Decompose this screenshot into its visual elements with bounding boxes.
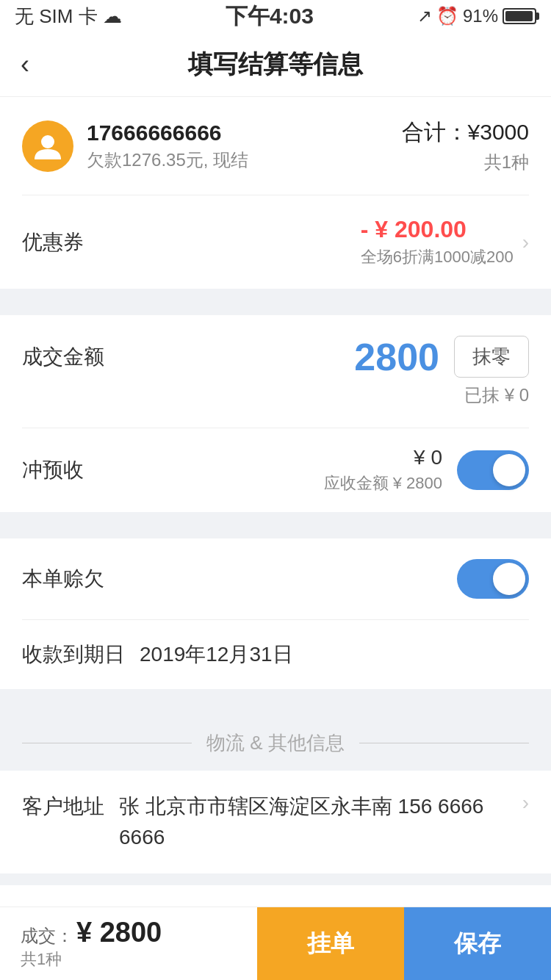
coupon-right: - ¥ 200.00 全场6折满1000减200 › <box>361 216 529 268</box>
alarm-icon: ⏰ <box>436 6 458 26</box>
footer-deal-label: 成交： <box>21 924 73 948</box>
status-time: 下午4:03 <box>226 1 314 32</box>
deal-row: 成交金额 2800 抹零 <box>22 336 529 378</box>
round-button[interactable]: 抹零 <box>454 336 529 378</box>
prepay-row: 冲预收 ¥ 0 应收金额 ¥ 2800 <box>22 446 529 494</box>
customer-phone: 17666666666 <box>87 120 248 145</box>
prepay-toggle[interactable] <box>457 450 529 490</box>
address-section: 客户地址 张 北京市市辖区海淀区永丰南 156 6666 6666 › <box>0 771 551 873</box>
customer-right: 合计：¥3000 共1种 <box>402 118 529 174</box>
total-amount: 合计：¥3000 <box>402 118 529 148</box>
logistics-title: 物流 & 其他信息 <box>206 730 345 756</box>
footer-deal-amount: ¥ 2800 <box>76 917 162 948</box>
status-left: 无 SIM 卡 ☁ <box>15 4 122 29</box>
footer-deal-line: 成交： ¥ 2800 <box>21 917 237 948</box>
debt-toggle-knob <box>493 563 525 595</box>
status-right: ↗ ⏰ 91% <box>417 6 536 26</box>
debt-toggle[interactable] <box>457 559 529 599</box>
battery-percent: 91% <box>463 6 498 26</box>
debt-row: 本单赊欠 <box>0 538 551 619</box>
header-line-left <box>22 743 192 743</box>
nav-bar: ‹ 填写结算等信息 <box>0 32 551 97</box>
already-rounded: 已抹 ¥ 0 <box>22 383 529 407</box>
gray-separator-1 <box>0 300 551 315</box>
chevron-right-icon: › <box>522 231 529 254</box>
customer-section: 17666666666 欠款1276.35元, 现结 合计：¥3000 共1种 … <box>0 97 551 289</box>
sim-status: 无 SIM 卡 ☁ <box>15 4 122 29</box>
prepay-amount-block: ¥ 0 应收金额 ¥ 2800 <box>324 446 442 494</box>
prepay-right: ¥ 0 应收金额 ¥ 2800 <box>324 446 529 494</box>
coupon-discount-block: - ¥ 200.00 全场6折满1000减200 <box>361 216 514 268</box>
prepay-sub: 应收金额 ¥ 2800 <box>324 472 442 494</box>
deal-amount-label: 成交金额 <box>22 343 104 371</box>
pending-button[interactable]: 挂单 <box>257 907 404 980</box>
location-icon: ↗ <box>417 6 432 26</box>
footer-summary: 成交： ¥ 2800 共1种 <box>0 907 257 980</box>
battery-icon <box>503 8 536 24</box>
due-date-value: 2019年12月31日 <box>140 641 293 669</box>
customer-sub: 欠款1276.35元, 现结 <box>87 148 248 172</box>
svg-point-0 <box>41 135 54 148</box>
address-row[interactable]: 客户地址 张 北京市市辖区海淀区永丰南 156 6666 6666 › <box>0 771 551 873</box>
coupon-discount: - ¥ 200.00 <box>361 216 514 243</box>
address-value: 张 北京市市辖区海淀区永丰南 156 6666 6666 <box>119 791 508 853</box>
footer-bar: 成交： ¥ 2800 共1种 挂单 保存 <box>0 907 551 980</box>
address-label: 客户地址 <box>22 791 104 821</box>
due-date-row: 收款到期日 2019年12月31日 <box>0 620 551 689</box>
due-date-label: 收款到期日 <box>22 641 125 669</box>
page-title: 填写结算等信息 <box>188 48 363 82</box>
coupon-row[interactable]: 优惠券 - ¥ 200.00 全场6折满1000减200 › <box>0 195 551 289</box>
avatar <box>22 120 73 172</box>
prepay-section: 冲预收 ¥ 0 应收金额 ¥ 2800 <box>0 428 551 512</box>
debt-label: 本单赊欠 <box>22 565 104 593</box>
coupon-desc: 全场6折满1000减200 <box>361 246 514 268</box>
prepay-label: 冲预收 <box>22 456 84 484</box>
gray-separator-3 <box>0 701 551 716</box>
prepay-amount: ¥ 0 <box>324 446 442 469</box>
gray-separator-2 <box>0 524 551 538</box>
deal-amount-section: 成交金额 2800 抹零 已抹 ¥ 0 冲预收 ¥ 0 应收金额 ¥ 2800 <box>0 315 551 512</box>
back-button[interactable]: ‹ <box>21 49 29 80</box>
address-chevron-icon: › <box>522 791 529 815</box>
customer-row: 17666666666 欠款1276.35元, 现结 合计：¥3000 共1种 <box>0 97 551 195</box>
deal-amount-row: 成交金额 2800 抹零 已抹 ¥ 0 <box>0 315 551 428</box>
footer-deal-count: 共1种 <box>21 948 237 970</box>
debt-section: 本单赊欠 收款到期日 2019年12月31日 <box>0 538 551 689</box>
coupon-label: 优惠券 <box>22 228 84 256</box>
total-count: 共1种 <box>402 151 529 174</box>
header-line-right <box>359 743 529 743</box>
deal-right: 2800 抹零 <box>354 336 529 378</box>
toggle-knob <box>493 454 525 486</box>
back-icon: ‹ <box>21 49 29 79</box>
save-button[interactable]: 保存 <box>404 907 551 980</box>
deal-amount-value: 2800 <box>354 338 439 376</box>
logistics-header: 物流 & 其他信息 <box>0 716 551 771</box>
customer-info: 17666666666 欠款1276.35元, 现结 <box>87 120 248 172</box>
customer-left: 17666666666 欠款1276.35元, 现结 <box>22 120 248 172</box>
status-bar: 无 SIM 卡 ☁ 下午4:03 ↗ ⏰ 91% <box>0 0 551 32</box>
